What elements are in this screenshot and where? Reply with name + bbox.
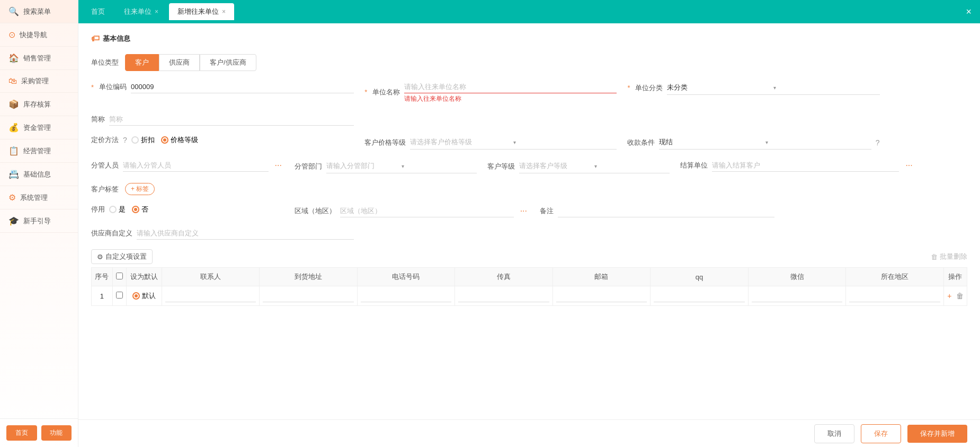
- remark-input[interactable]: [558, 205, 774, 217]
- manager-field: 分管人员 ···: [91, 159, 284, 172]
- tab-new-trade-close[interactable]: ×: [222, 8, 226, 15]
- add-row-icon[interactable]: +: [947, 292, 951, 300]
- sidebar-item-inventory[interactable]: 📦 库存核算: [0, 93, 78, 116]
- row-default-radio[interactable]: 默认: [130, 291, 158, 301]
- unit-code-input[interactable]: [131, 81, 354, 93]
- pricing-row: 定价方法 ? 折扣 价格等级 客户价格等级 请选择客户价格等级: [91, 135, 967, 150]
- customer-price-level-select[interactable]: 请选择客户价格等级 ▾: [410, 135, 617, 150]
- row-phone[interactable]: [357, 286, 455, 306]
- unit-name-error: 请输入往来单位名称: [404, 94, 617, 103]
- add-tag-button[interactable]: + 标签: [125, 183, 155, 195]
- col-qq: qq: [651, 268, 749, 286]
- type-btn-customer[interactable]: 客户: [125, 54, 159, 71]
- sidebar-item-purchase[interactable]: 🛍 采购管理: [0, 70, 78, 93]
- pricing-radio-discount[interactable]: 折扣: [131, 135, 155, 145]
- pricing-help-icon[interactable]: ?: [123, 136, 127, 144]
- table-row: 1 默认: [92, 286, 967, 306]
- category-arrow-icon: ▾: [773, 85, 880, 91]
- unit-name-field: * 单位名称 请输入往来单位名称: [354, 81, 617, 103]
- batch-delete-icon: 🗑: [931, 253, 938, 261]
- row-checkbox[interactable]: [116, 292, 123, 299]
- supplier-custom-input[interactable]: [137, 227, 354, 240]
- settlement-more-icon[interactable]: ···: [903, 161, 914, 170]
- sidebar-item-operations[interactable]: 📋 经营管理: [0, 139, 78, 163]
- address-input[interactable]: [263, 290, 354, 302]
- batch-delete-button[interactable]: 🗑 批量删除: [931, 252, 967, 261]
- disabled-radio-no[interactable]: 否: [132, 205, 148, 214]
- cancel-button[interactable]: 取消: [814, 424, 854, 443]
- customer-price-level-field: 客户价格等级 请选择客户价格等级 ▾: [354, 135, 617, 150]
- type-btn-supplier[interactable]: 供应商: [159, 54, 200, 71]
- qq-input[interactable]: [654, 290, 745, 302]
- basics-icon: 📇: [8, 169, 19, 179]
- email-input[interactable]: [556, 290, 647, 302]
- row-qq[interactable]: [651, 286, 749, 306]
- sales-icon: 🏠: [8, 53, 19, 63]
- region-input[interactable]: [340, 205, 514, 217]
- select-all-checkbox[interactable]: [116, 273, 123, 279]
- department-select[interactable]: 请输入分管部门 ▾: [326, 159, 477, 173]
- row-region[interactable]: [846, 286, 944, 306]
- sidebar-func-btn[interactable]: 功能: [41, 425, 72, 441]
- settlement-input[interactable]: [712, 159, 899, 172]
- price-level-arrow-icon: ▾: [513, 139, 617, 145]
- sidebar-item-basics[interactable]: 📇 基础信息: [0, 163, 78, 186]
- contact-input[interactable]: [165, 290, 256, 302]
- page-footer: 取消 保存 保存并新增: [78, 419, 980, 447]
- system-icon: ⚙: [8, 192, 16, 203]
- tab-trade[interactable]: 往来单位 ×: [115, 3, 167, 20]
- pricing-label: 定价方法: [91, 135, 119, 145]
- region-more-icon[interactable]: ···: [518, 206, 529, 216]
- save-button[interactable]: 保存: [861, 424, 901, 443]
- payment-help-icon[interactable]: ?: [876, 138, 880, 147]
- manager-label: 分管人员: [91, 161, 119, 170]
- tab-trade-close[interactable]: ×: [155, 8, 158, 15]
- unit-name-wrapper: 请输入往来单位名称: [404, 81, 617, 103]
- sidebar-item-finance[interactable]: 💰 资金管理: [0, 116, 78, 139]
- window-close-button[interactable]: ×: [961, 6, 976, 17]
- sidebar-item-search[interactable]: 🔍 搜索菜单: [0, 0, 78, 23]
- payment-terms-select[interactable]: 现结 ▾: [659, 135, 871, 150]
- row-actions: + 🗑: [947, 292, 964, 300]
- row-region-input[interactable]: [849, 290, 940, 302]
- unit-category-field: * 单位分类 未分类 ▾: [617, 81, 879, 95]
- tag-field: 客户标签 + 标签: [91, 183, 155, 195]
- manager-input[interactable]: [123, 159, 269, 172]
- row-fax[interactable]: [455, 286, 553, 306]
- sidebar-item-quick-nav[interactable]: ⊙ 快捷导航: [0, 23, 78, 47]
- sidebar: 🔍 搜索菜单 ⊙ 快捷导航 🏠 销售管理 🛍 采购管理 📦 库存核算 💰 资金管…: [0, 0, 78, 447]
- supplier-custom-row: 供应商自定义: [91, 227, 967, 240]
- row-contact[interactable]: [162, 286, 260, 306]
- tab-home[interactable]: 首页: [83, 3, 113, 20]
- manager-more-icon[interactable]: ···: [273, 161, 284, 170]
- fax-input[interactable]: [458, 290, 549, 302]
- sidebar-item-guide[interactable]: 🎓 新手引导: [0, 209, 78, 233]
- tag-row: 客户标签 + 标签: [91, 183, 967, 195]
- row-no: 1: [92, 286, 113, 306]
- tab-new-trade[interactable]: 新增往来单位 ×: [169, 3, 234, 20]
- save-add-button[interactable]: 保存并新增: [907, 425, 967, 443]
- sidebar-item-system[interactable]: ⚙ 系统管理: [0, 186, 78, 209]
- abbr-input[interactable]: [109, 113, 354, 126]
- row-wechat[interactable]: [748, 286, 846, 306]
- row-email[interactable]: [553, 286, 651, 306]
- region-field: 区域（地区） ···: [284, 205, 529, 217]
- department-label: 分管部门: [295, 162, 322, 171]
- wechat-input[interactable]: [752, 290, 843, 302]
- unit-category-select[interactable]: 未分类 ▾: [667, 81, 879, 95]
- sidebar-item-sales[interactable]: 🏠 销售管理: [0, 47, 78, 70]
- type-btn-both[interactable]: 客户/供应商: [200, 54, 256, 71]
- form-content: 🏷 基本信息 单位类型 客户 供应商 客户/供应商 * 单位编码 *: [78, 23, 980, 419]
- code-name-category-row: * 单位编码 * 单位名称 请输入往来单位名称 * 单位分类 未分类 ▾: [91, 81, 967, 103]
- sidebar-home-btn[interactable]: 首页: [6, 425, 37, 441]
- customer-level-select[interactable]: 请选择客户等级 ▾: [519, 159, 670, 173]
- pricing-radio-level[interactable]: 价格等级: [161, 135, 198, 145]
- col-wechat: 微信: [748, 268, 846, 286]
- custom-settings-button[interactable]: ⚙ 自定义项设置: [91, 249, 153, 264]
- delete-row-icon[interactable]: 🗑: [956, 292, 964, 300]
- row-address[interactable]: [260, 286, 358, 306]
- supplier-custom-field: 供应商自定义: [91, 227, 354, 240]
- unit-name-input[interactable]: [404, 81, 617, 93]
- disabled-radio-yes[interactable]: 是: [109, 205, 126, 214]
- phone-input[interactable]: [361, 290, 452, 302]
